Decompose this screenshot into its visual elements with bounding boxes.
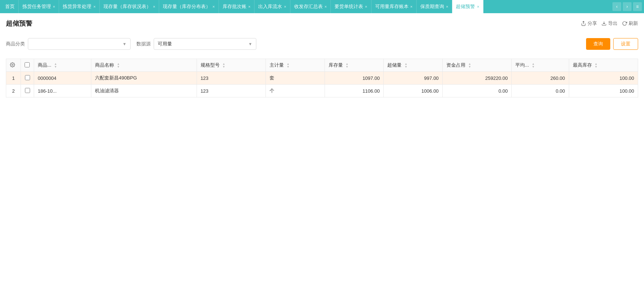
column-checkbox[interactable] (21, 59, 34, 72)
page-title: 超储预警 (6, 19, 32, 28)
table-row: 1 0000004 六配套新昌490BPG 123 套 1097.00 997.… (6, 72, 638, 85)
export-icon (601, 21, 607, 26)
column-gear[interactable] (6, 59, 21, 72)
row-checkbox-cell[interactable] (21, 85, 34, 97)
query-button[interactable]: 查询 (586, 38, 610, 50)
filter-actions: 查询 设置 (586, 38, 638, 50)
row-code: 0000004 (34, 72, 91, 85)
export-button[interactable]: 导出 (601, 20, 618, 27)
row-avg: 260.00 (512, 72, 569, 85)
column-name[interactable]: 商品名称 ▲▼ (91, 59, 197, 72)
nav-item-inventory-status[interactable]: 现存量（库存状况表） × (100, 0, 159, 13)
sort-icon: ▲▼ (117, 63, 120, 68)
column-capital[interactable]: 资金占用 ▲▼ (443, 59, 512, 72)
gear-icon (10, 62, 15, 67)
row-unit: 套 (266, 72, 325, 85)
row-capital: 259220.00 (443, 72, 512, 85)
sort-icon: ▲▼ (287, 63, 290, 68)
row-spec: 123 (197, 85, 266, 97)
chevron-down-icon: ▼ (122, 42, 127, 46)
row-checkbox[interactable] (25, 88, 30, 93)
nav-item-order-stats[interactable]: 要货单统计表 × (331, 0, 371, 13)
row-overstock: 997.00 (384, 72, 443, 85)
close-icon[interactable]: × (248, 4, 250, 9)
nav-next-button[interactable]: › (623, 2, 632, 11)
column-stock[interactable]: 库存量 ▲▼ (325, 59, 384, 72)
nav-more-button[interactable]: ≡ (633, 2, 642, 11)
data-table: 商品... ▲▼ 商品名称 ▲▼ 规格型号 ▲▼ 主计量 ▲▼ 库存量 ▲▼ (6, 59, 638, 97)
column-overstock[interactable]: 超储量 ▲▼ (384, 59, 443, 72)
column-spec[interactable]: 规格型号 ▲▼ (197, 59, 266, 72)
row-checkbox-cell[interactable] (21, 72, 34, 85)
filter-bar: 商品分类 ▼ 数据源 可用量 ▼ 查询 设置 (6, 34, 638, 54)
close-icon[interactable]: × (365, 4, 367, 9)
nav-item-flow[interactable]: 出入库流水 × (255, 0, 290, 13)
datasource-select[interactable]: 可用量 ▼ (154, 38, 256, 50)
category-select[interactable]: ▼ (28, 38, 131, 50)
column-unit[interactable]: 主计量 ▲▼ (266, 59, 325, 72)
share-icon (581, 21, 586, 26)
nav-item-home[interactable]: 首页 (1, 0, 19, 13)
sort-icon: ▲▼ (345, 63, 348, 68)
close-icon[interactable]: × (325, 4, 327, 9)
datasource-label: 数据源 (136, 41, 151, 47)
refresh-icon (622, 21, 627, 26)
row-checkbox[interactable] (25, 75, 30, 80)
select-all-checkbox[interactable] (25, 62, 30, 67)
close-icon[interactable]: × (477, 4, 479, 9)
row-code: 186-10... (34, 85, 91, 97)
nav-item-inventory-dist[interactable]: 现存量（库存分布表） × (159, 0, 219, 13)
sort-icon: ▲▼ (594, 63, 597, 68)
close-icon[interactable]: × (153, 4, 155, 9)
column-code[interactable]: 商品... ▲▼ (34, 59, 91, 72)
nav-item-summary[interactable]: 收发存汇总表 × (290, 0, 331, 13)
page-container: 超储预警 分享 导出 刷新 商品 (0, 13, 644, 293)
refresh-button[interactable]: 刷新 (622, 20, 638, 27)
row-num: 2 (6, 85, 21, 97)
row-stock: 1097.00 (325, 72, 384, 85)
row-stock: 1106.00 (325, 85, 384, 97)
row-num: 1 (6, 72, 21, 85)
row-capital: 0.00 (443, 85, 512, 97)
column-avg[interactable]: 平均... ▲▼ (512, 59, 569, 72)
category-filter: 商品分类 ▼ (6, 38, 131, 50)
row-max-stock: 100.00 (569, 72, 638, 85)
row-name: 六配套新昌490BPG (91, 72, 197, 85)
svg-point-0 (12, 64, 13, 66)
nav-arrows: ‹ › ≡ (612, 2, 643, 11)
row-name: 机油滤清器 (91, 85, 197, 97)
page-header: 超储预警 分享 导出 刷新 (6, 19, 638, 28)
row-max-stock: 100.00 (569, 85, 638, 97)
nav-item-abnormal[interactable]: 拣货异常处理 × (59, 0, 99, 13)
close-icon[interactable]: × (212, 4, 215, 9)
close-icon[interactable]: × (284, 4, 286, 9)
nav-item-overstock[interactable]: 超储预警 × (452, 0, 483, 13)
column-max-stock[interactable]: 最高库存 ▲▼ (569, 59, 638, 72)
close-icon[interactable]: × (53, 4, 55, 9)
close-icon[interactable]: × (93, 4, 95, 9)
nav-item-available[interactable]: 可用量库存账本 × (372, 0, 417, 13)
nav-item-expiry[interactable]: 保质期查询 × (417, 0, 452, 13)
row-spec: 123 (197, 72, 266, 85)
datasource-value: 可用量 (158, 41, 172, 47)
row-overstock: 1006.00 (384, 85, 443, 97)
sort-icon: ▲▼ (222, 63, 225, 68)
close-icon[interactable]: × (410, 4, 413, 9)
category-label: 商品分类 (6, 41, 25, 47)
nav-prev-button[interactable]: ‹ (612, 2, 621, 11)
sort-icon: ▲▼ (54, 63, 57, 68)
datasource-filter: 数据源 可用量 ▼ (136, 38, 256, 50)
share-button[interactable]: 分享 (581, 20, 597, 27)
settings-button[interactable]: 设置 (613, 38, 638, 50)
sort-icon: ▲▼ (468, 63, 471, 68)
row-unit: 个 (266, 85, 325, 97)
sort-icon: ▲▼ (532, 63, 535, 68)
nav-item-task[interactable]: 拣货任务管理 × (19, 0, 59, 13)
nav-item-batch[interactable]: 库存批次账 × (219, 0, 255, 13)
top-nav: 首页 拣货任务管理 × 拣货异常处理 × 现存量（库存状况表） × 现存量（库存… (0, 0, 644, 13)
sort-icon: ▲▼ (405, 63, 407, 68)
header-actions: 分享 导出 刷新 (581, 20, 638, 27)
chevron-down-icon: ▼ (248, 42, 252, 46)
close-icon[interactable]: × (446, 4, 448, 9)
row-avg: 0.00 (512, 85, 569, 97)
